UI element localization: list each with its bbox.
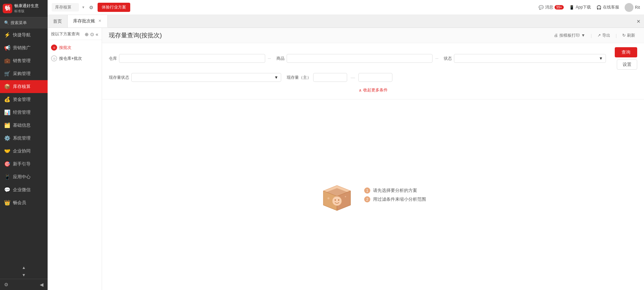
product-label: 商品 xyxy=(276,56,285,61)
search-icon: 🔍 xyxy=(4,20,9,25)
instruction-item-1: 1 请先选择要分析的方案 xyxy=(364,187,426,194)
stock-qty-to-input[interactable] xyxy=(358,73,392,82)
sidebar-item-label: 营销推广 xyxy=(13,45,31,51)
sidebar-item-basic[interactable]: 🗂️ 基础信息 xyxy=(0,119,48,132)
experience-btn[interactable]: 体验行业方案 xyxy=(98,3,130,12)
message-icon: 💬 xyxy=(539,5,544,10)
newbie-icon: 🎯 xyxy=(4,161,10,167)
query-btn[interactable]: 查询 xyxy=(615,47,637,57)
finance-icon: 💰 xyxy=(4,96,10,103)
collapse-scheme-icon[interactable]: « xyxy=(96,32,98,37)
product-input[interactable] xyxy=(287,54,433,63)
messages-badge: 99+ xyxy=(555,5,564,10)
settings-scheme-icon[interactable]: ⊙ xyxy=(90,32,94,37)
app-download-item[interactable]: 📱 App下载 xyxy=(569,4,591,10)
sidebar-item-label: 畅会员 xyxy=(13,200,26,206)
app-info: 畅康通好生意 标准版 xyxy=(14,3,39,14)
refresh-icon: ↻ xyxy=(622,33,626,38)
filter-settings-btn[interactable]: 设置 xyxy=(617,59,637,70)
search-menu-item[interactable]: 🔍 搜索菜单 xyxy=(0,17,48,29)
instruction-item-2: 2 用过滤条件来缩小分析范围 xyxy=(364,196,426,202)
inventory-batch-tab-label: 库存批次账 xyxy=(73,18,95,24)
breadcrumb-chevron-icon[interactable]: ▼ xyxy=(82,5,85,9)
empty-instructions: 1 请先选择要分析的方案 2 用过滤条件来缩小分析范围 xyxy=(364,187,426,202)
sidebar-item-purchase[interactable]: 🛒 采购管理 xyxy=(0,67,48,80)
sidebar-item-apps[interactable]: 📱 应用中心 xyxy=(0,170,48,183)
sidebar-item-label: 采购管理 xyxy=(13,71,31,77)
breadcrumb: 库存核算 xyxy=(52,3,79,12)
sidebar-item-quick-nav[interactable]: ⚡ 快捷导航 xyxy=(0,29,48,41)
topbar: 库存核算 ▼ ⚙ 体验行业方案 💬 消息 99+ 📱 App下载 🎧 在线客服 … xyxy=(48,0,644,15)
svg-point-6 xyxy=(338,199,339,201)
tab-close-icon[interactable]: ✕ xyxy=(97,19,102,23)
warehouse-input[interactable] xyxy=(119,54,265,63)
sidebar-scroll-up[interactable]: ▲ xyxy=(0,264,48,271)
sidebar-item-wechat[interactable]: 💬 企业微信 xyxy=(0,183,48,196)
refresh-btn[interactable]: ↻ 刷新 xyxy=(620,32,637,39)
svg-point-5 xyxy=(335,199,336,201)
filter-row-1: 仓库 ··· 商品 ··· 状态 ▼ xyxy=(109,47,637,70)
online-support-item[interactable]: 🎧 在线客服 xyxy=(596,4,619,10)
tab-inventory-batch[interactable]: 库存批次账 ✕ xyxy=(68,15,108,28)
sidebar-item-sales[interactable]: 💼 销售管理 xyxy=(0,54,48,67)
topbar-gear-icon[interactable]: ⚙ xyxy=(88,3,95,12)
content-area: 按以下方案查询 ⊕ ⊙ « ⊙ 按批次 ◎ 按仓库+批次 xyxy=(48,28,644,290)
warehouse-more-icon[interactable]: ··· xyxy=(268,56,271,60)
sidebar-header: 畅 畅康通好生意 标准版 xyxy=(0,0,48,17)
scheme-header: 按以下方案查询 ⊕ ⊙ « xyxy=(48,28,102,40)
stock-qty-from-input[interactable] xyxy=(313,73,347,82)
instruction-num-1: 1 xyxy=(364,187,370,194)
close-all-icon: ✕ xyxy=(637,19,641,24)
tabbar-close-btn[interactable]: ✕ xyxy=(633,15,644,28)
sidebar-item-label: 基础信息 xyxy=(13,122,31,128)
sidebar-item-marketing[interactable]: 📢 营销推广 xyxy=(0,41,48,54)
empty-illustration xyxy=(320,178,354,212)
collapse-filter-btn[interactable]: ∧ 收起更多条件 xyxy=(109,85,637,95)
messages-item[interactable]: 💬 消息 99+ xyxy=(539,4,564,10)
scheme-item-label: 按仓库+批次 xyxy=(59,56,82,61)
sidebar-item-system[interactable]: ⚙️ 系统管理 xyxy=(0,132,48,145)
sidebar-item-label: 企业微信 xyxy=(13,187,31,193)
stock-status-label: 现存量状态 xyxy=(109,75,129,80)
settings-footer-icon[interactable]: ⚙ xyxy=(4,282,9,287)
page-title: 现存量查询(按批次) xyxy=(109,31,162,39)
user-item[interactable]: Rit xyxy=(625,3,640,12)
right-panel: 现存量查询(按批次) 🖨 按模板打印 ▼ | ↗ 导出 | ↻ xyxy=(102,28,644,290)
scheme-item-by-warehouse-batch[interactable]: ◎ 按仓库+批次 xyxy=(48,53,102,64)
collapse-sidebar-icon[interactable]: ◀ xyxy=(40,282,44,287)
print-btn[interactable]: 🖨 按模板打印 ▼ xyxy=(552,32,587,39)
export-icon: ↗ xyxy=(597,33,601,38)
add-scheme-icon[interactable]: ⊕ xyxy=(85,32,89,37)
export-btn[interactable]: ↗ 导出 xyxy=(595,32,612,39)
status-select[interactable]: ▼ xyxy=(454,54,606,63)
sidebar-item-label: 经营管理 xyxy=(13,109,31,115)
filter-stock-qty: 现存量（主） — xyxy=(287,73,459,82)
sidebar-footer: ⚙ ◀ xyxy=(0,279,48,290)
sidebar-item-cooperation[interactable]: 🤝 企业协同 xyxy=(0,145,48,158)
sidebar-item-label: 资金管理 xyxy=(13,96,31,103)
scroll-up-icon: ▲ xyxy=(22,265,26,270)
stock-qty-dash: — xyxy=(351,75,355,80)
home-tab-label: 首页 xyxy=(53,18,62,24)
tab-home[interactable]: 首页 xyxy=(48,15,68,28)
inventory-icon: 📦 xyxy=(4,84,10,90)
sidebar-item-inventory[interactable]: 📦 库存核算 xyxy=(0,80,48,93)
topbar-right: 💬 消息 99+ 📱 App下载 🎧 在线客服 Rit xyxy=(539,3,640,12)
sidebar-item-member[interactable]: 👑 畅会员 xyxy=(0,196,48,209)
product-more-icon[interactable]: ··· xyxy=(435,56,438,60)
print-dropdown-icon[interactable]: ▼ xyxy=(581,33,585,38)
cooperation-icon: 🤝 xyxy=(4,148,10,154)
scheme-icon-by-batch: ⊙ xyxy=(51,44,57,51)
sidebar-scroll-down[interactable]: ▼ xyxy=(0,271,48,279)
filter-bar: 仓库 ··· 商品 ··· 状态 ▼ xyxy=(102,43,644,99)
status-label: 状态 xyxy=(444,56,452,61)
stock-status-select[interactable]: ▼ xyxy=(131,73,281,82)
sidebar-item-operations[interactable]: 📊 经营管理 xyxy=(0,106,48,119)
sidebar-item-finance[interactable]: 💰 资金管理 xyxy=(0,93,48,106)
sales-icon: 💼 xyxy=(4,58,10,64)
sidebar-item-newbie[interactable]: 🎯 新手引导 xyxy=(0,158,48,170)
sidebar: 畅 畅康通好生意 标准版 🔍 搜索菜单 ⚡ 快捷导航 📢 营销推广 💼 销售管理… xyxy=(0,0,48,290)
scheme-item-by-batch[interactable]: ⊙ 按批次 xyxy=(48,42,102,53)
user-avatar xyxy=(625,3,633,12)
search-menu-label: 搜索菜单 xyxy=(11,20,27,26)
